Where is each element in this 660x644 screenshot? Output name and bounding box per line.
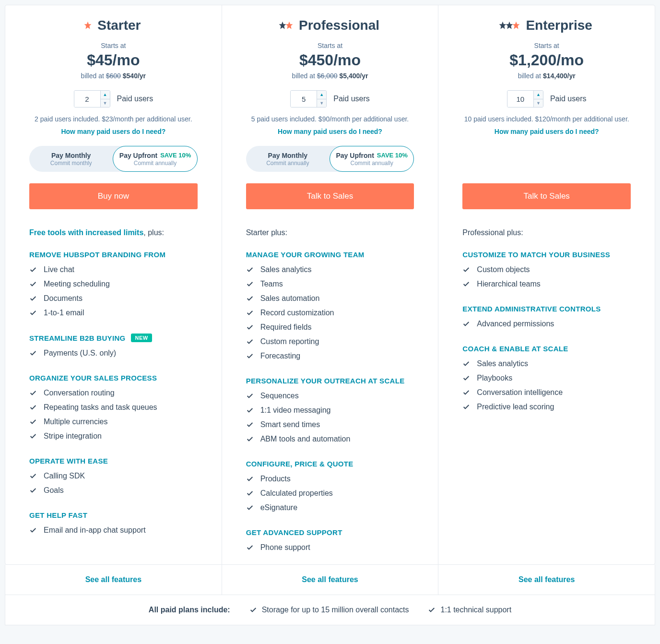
footer-label: All paid plans include:	[149, 606, 230, 614]
billed-text: billed at $14,400/yr	[462, 72, 631, 80]
feature-heading: PERSONALIZE YOUR OUTREACH AT SCALE	[246, 377, 414, 385]
feature-item: Calculated properties	[246, 486, 414, 501]
footer-item: Storage for up to 15 million overall con…	[249, 606, 409, 614]
see-all-features-link[interactable]: See all features	[5, 565, 222, 595]
feature-heading: REMOVE HUBSPOT BRANDING FROM	[29, 250, 198, 259]
billing-toggle: Pay Monthly Commit annually Pay UpfrontS…	[246, 146, 414, 172]
feature-item: Teams	[246, 277, 414, 291]
professional-tier-icon	[281, 21, 294, 30]
feature-list: Email and in-app chat support	[29, 523, 198, 537]
stepper-down-icon[interactable]: ▼	[534, 99, 543, 107]
help-link[interactable]: How many paid users do I need?	[462, 128, 631, 135]
plan-professional: Professional Starts at $450/mo billed at…	[222, 5, 439, 564]
starts-at-label: Starts at	[462, 42, 631, 49]
feature-intro: Professional plus:	[462, 228, 631, 237]
users-input[interactable]	[507, 91, 533, 107]
feature-groups: CUSTOMIZE TO MATCH YOUR BUSINESSCustom o…	[462, 237, 631, 414]
feature-item: Live chat	[29, 262, 198, 277]
feature-item: Custom objects	[462, 262, 631, 277]
help-link[interactable]: How many paid users do I need?	[246, 128, 414, 135]
enterprise-tier-icon	[501, 21, 521, 30]
footer-row: All paid plans include: Storage for up t…	[5, 595, 655, 625]
feature-item: Products	[246, 472, 414, 486]
feature-item: Multiple currencies	[29, 415, 198, 429]
feature-heading: STREAMLINE B2B BUYINGNEW	[29, 334, 198, 342]
included-note: 5 paid users included. $90/month per add…	[246, 115, 414, 123]
buy-now-button[interactable]: Buy now	[29, 183, 198, 209]
toggle-pay-monthly[interactable]: Pay Monthly Commit annually	[246, 146, 330, 172]
users-stepper[interactable]: ▲ ▼	[290, 90, 327, 107]
see-all-features-link[interactable]: See all features	[438, 565, 655, 595]
starts-at-label: Starts at	[246, 42, 414, 49]
feature-heading: GET HELP FAST	[29, 511, 198, 519]
feature-item: Smart send times	[246, 417, 414, 432]
stepper-down-icon[interactable]: ▼	[101, 99, 110, 107]
feature-item: Record customization	[246, 306, 414, 320]
feature-heading: MANAGE YOUR GROWING TEAM	[246, 250, 414, 259]
feature-item: Email and in-app chat support	[29, 523, 198, 537]
feature-heading: COACH & ENABLE AT SCALE	[462, 345, 631, 353]
users-input[interactable]	[74, 91, 100, 107]
feature-heading: ORGANIZE YOUR SALES PROCESS	[29, 374, 198, 382]
toggle-pay-upfront[interactable]: Pay UpfrontSAVE 10% Commit annually	[330, 146, 414, 172]
feature-item: Sales automation	[246, 291, 414, 306]
feature-item: Custom reporting	[246, 334, 414, 349]
plan-title: Enterprise	[526, 18, 592, 33]
talk-to-sales-button[interactable]: Talk to Sales	[462, 183, 631, 209]
feature-item: Documents	[29, 291, 198, 306]
feature-item: eSignature	[246, 501, 414, 515]
plan-title: Professional	[299, 18, 379, 33]
see-all-features-link[interactable]: See all features	[222, 565, 439, 595]
feature-heading: CUSTOMIZE TO MATCH YOUR BUSINESS	[462, 250, 631, 259]
feature-item: Stripe integration	[29, 429, 198, 443]
feature-heading: OPERATE WITH EASE	[29, 457, 198, 465]
help-link[interactable]: How many paid users do I need?	[29, 128, 198, 135]
feature-item: Conversation intelligence	[462, 385, 631, 400]
stepper-up-icon[interactable]: ▲	[317, 91, 326, 99]
starter-tier-icon	[86, 21, 93, 30]
billing-toggle: Pay Monthly Commit monthly Pay UpfrontSA…	[29, 146, 198, 172]
feature-heading: GET ADVANCED SUPPORT	[246, 528, 414, 537]
feature-item: Repeating tasks and task queues	[29, 400, 198, 415]
feature-item: Payments (U.S. only)	[29, 346, 198, 360]
plan-enterprise: Enterprise Starts at $1,200/mo billed at…	[438, 5, 655, 564]
feature-item: Sequences	[246, 389, 414, 403]
feature-item: Phone support	[246, 540, 414, 555]
plan-title: Starter	[97, 18, 141, 33]
feature-intro: Starter plus:	[246, 228, 414, 237]
users-label: Paid users	[333, 95, 370, 103]
included-note: 10 paid users included. $120/month per a…	[462, 115, 631, 123]
feature-item: Conversation routing	[29, 386, 198, 400]
stepper-up-icon[interactable]: ▲	[101, 91, 110, 99]
feature-list: Live chatMeeting schedulingDocuments1-to…	[29, 262, 198, 320]
feature-item: Calling SDK	[29, 469, 198, 483]
toggle-pay-monthly[interactable]: Pay Monthly Commit monthly	[29, 146, 113, 172]
feature-item: Goals	[29, 483, 198, 498]
feature-item: Predictive lead scoring	[462, 400, 631, 414]
billed-text: billed at $600 $540/yr	[29, 72, 198, 80]
feature-list: Payments (U.S. only)	[29, 346, 198, 360]
feature-heading: EXTEND ADMINISTRATIVE CONTROLS	[462, 305, 631, 313]
price: $1,200/mo	[462, 51, 631, 69]
feature-item: Sales analytics	[246, 262, 414, 277]
feature-item: Hierarchical teams	[462, 277, 631, 291]
feature-list: Sales analyticsPlaybooksConversation int…	[462, 357, 631, 414]
feature-list: Advanced permissions	[462, 317, 631, 331]
feature-groups: MANAGE YOUR GROWING TEAMSales analyticsT…	[246, 237, 414, 555]
stepper-down-icon[interactable]: ▼	[317, 99, 326, 107]
feature-list: Sales analyticsTeamsSales automationReco…	[246, 262, 414, 363]
feature-item: Playbooks	[462, 371, 631, 385]
users-stepper[interactable]: ▲ ▼	[74, 90, 110, 107]
talk-to-sales-button[interactable]: Talk to Sales	[246, 183, 414, 209]
users-stepper[interactable]: ▲ ▼	[507, 90, 543, 107]
free-tools-link[interactable]: Free tools with increased limits	[29, 228, 143, 237]
feature-list: Conversation routingRepeating tasks and …	[29, 386, 198, 443]
stepper-up-icon[interactable]: ▲	[534, 91, 543, 99]
price: $450/mo	[246, 51, 414, 69]
plan-starter: Starter Starts at $45/mo billed at $600 …	[5, 5, 222, 564]
feature-item: Sales analytics	[462, 357, 631, 371]
included-note: 2 paid users included. $23/month per add…	[29, 115, 198, 123]
users-input[interactable]	[291, 91, 317, 107]
toggle-pay-upfront[interactable]: Pay UpfrontSAVE 10% Commit annually	[113, 146, 197, 172]
price: $45/mo	[29, 51, 198, 69]
